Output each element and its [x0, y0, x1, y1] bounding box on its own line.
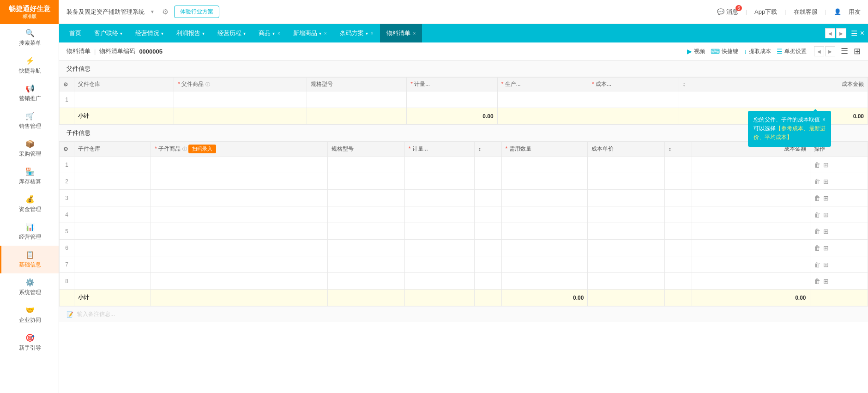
shortcut-button[interactable]: ⌨ 快捷键	[711, 48, 738, 55]
system-selector[interactable]: ▼	[150, 9, 155, 14]
child-cell-unit[interactable]	[404, 190, 474, 206]
tab-goods[interactable]: 商品 ▾ ×	[252, 24, 287, 42]
tab-add-goods-close-icon[interactable]: ×	[324, 31, 327, 36]
copy-icon[interactable]: ⊞	[823, 161, 829, 169]
tab-operations[interactable]: 经营情况 ▾	[129, 24, 170, 42]
parent-col-settings[interactable]: ⚙	[60, 78, 74, 91]
trial-button[interactable]: 体验行业方案	[174, 6, 219, 18]
delete-icon[interactable]: 🗑	[814, 228, 820, 235]
child-cell-qty[interactable]	[501, 173, 588, 190]
child-cell-spec[interactable]	[328, 273, 404, 290]
tab-goods-close-icon[interactable]: ×	[277, 31, 280, 36]
tab-customer[interactable]: 客户联络 ▾	[88, 24, 129, 42]
note-placeholder[interactable]: 输入备注信息...	[77, 310, 115, 318]
child-cell-warehouse[interactable]	[74, 240, 151, 256]
sidebar-item-search[interactable]: 🔍 搜索菜单	[0, 24, 59, 52]
child-cell-product[interactable]	[151, 206, 328, 223]
child-cell-unit-price[interactable]	[588, 157, 664, 173]
child-cell-product[interactable]	[151, 223, 328, 240]
parent-cell-produce[interactable]	[497, 91, 588, 108]
copy-icon[interactable]: ⊞	[823, 244, 829, 252]
message-button[interactable]: 💬 6 消息	[717, 8, 738, 16]
breadcrumb-bom[interactable]: 物料清单	[66, 47, 90, 55]
tab-barcode-close-icon[interactable]: ×	[371, 31, 374, 36]
app-download-link[interactable]: App下载	[754, 8, 777, 16]
list-view-icon[interactable]: ☰	[841, 46, 848, 56]
extract-cost-button[interactable]: ↓ 提取成本	[744, 48, 771, 55]
parent-cell-cost[interactable]	[588, 91, 679, 108]
sidebar-item-basic-info[interactable]: 📋 基础信息	[0, 246, 59, 273]
child-cell-unit[interactable]	[404, 256, 474, 273]
content-next-arrow[interactable]: ▶	[825, 46, 835, 56]
child-cell-product[interactable]	[151, 173, 328, 190]
tab-profit[interactable]: 利润报告 ▾	[170, 24, 211, 42]
delete-icon[interactable]: 🗑	[814, 244, 820, 252]
child-cell-warehouse[interactable]	[74, 273, 151, 290]
child-cell-spec[interactable]	[328, 223, 404, 240]
tab-bom[interactable]: 物料清单 ×	[380, 24, 422, 42]
child-cell-spec[interactable]	[328, 240, 404, 256]
tooltip-close-button[interactable]: ×	[822, 115, 826, 124]
tab-bom-close-icon[interactable]: ×	[413, 31, 416, 36]
tab-prev-arrow[interactable]: ◀	[825, 28, 835, 38]
child-cell-unit-price[interactable]	[588, 223, 664, 240]
child-cell-qty[interactable]	[501, 223, 588, 240]
tab-history[interactable]: 经营历程 ▾	[211, 24, 252, 42]
child-cell-warehouse[interactable]	[74, 206, 151, 223]
child-cell-unit-price[interactable]	[588, 273, 664, 290]
child-cell-unit-price[interactable]	[588, 190, 664, 206]
delete-icon[interactable]: 🗑	[814, 261, 820, 268]
sidebar-item-system[interactable]: ⚙️ 系统管理	[0, 273, 59, 301]
child-cell-product[interactable]	[151, 157, 328, 173]
copy-icon[interactable]: ⊞	[823, 278, 829, 285]
tab-barcode[interactable]: 条码方案 ▾ ×	[333, 24, 380, 42]
tabs-menu-icon[interactable]: ☰	[851, 29, 857, 38]
child-cell-qty[interactable]	[501, 256, 588, 273]
tab-next-arrow[interactable]: ▶	[836, 28, 846, 38]
sidebar-item-finance[interactable]: 💰 资金管理	[0, 190, 59, 218]
child-cell-product[interactable]	[151, 240, 328, 256]
copy-icon[interactable]: ⊞	[823, 261, 829, 268]
delete-icon[interactable]: 🗑	[814, 194, 820, 202]
child-cell-unit-price[interactable]	[588, 173, 664, 190]
sidebar-item-guide[interactable]: 🎯 新手引导	[0, 329, 59, 357]
child-cell-unit[interactable]	[404, 240, 474, 256]
copy-icon[interactable]: ⊞	[823, 228, 829, 235]
sidebar-item-enterprise[interactable]: 🤝 企业协同	[0, 301, 59, 329]
child-cell-spec[interactable]	[328, 157, 404, 173]
parent-cell-warehouse[interactable]	[74, 91, 174, 108]
child-cell-qty[interactable]	[501, 157, 588, 173]
child-cell-warehouse[interactable]	[74, 157, 151, 173]
tab-home[interactable]: 首页	[63, 24, 88, 42]
content-prev-arrow[interactable]: ◀	[814, 46, 824, 56]
delete-icon[interactable]: 🗑	[814, 278, 820, 285]
child-cell-product[interactable]	[151, 273, 328, 290]
sidebar-item-operations[interactable]: 📊 经营管理	[0, 218, 59, 246]
sidebar-item-sales[interactable]: 🛒 销售管理	[0, 107, 59, 135]
child-cell-unit[interactable]	[404, 206, 474, 223]
copy-icon[interactable]: ⊞	[823, 194, 829, 202]
child-cell-warehouse[interactable]	[74, 173, 151, 190]
parent-cell-spec[interactable]	[307, 91, 406, 108]
settings-icon[interactable]: ⚙	[162, 7, 169, 16]
sidebar-item-inventory[interactable]: 🏪 库存核算	[0, 163, 59, 190]
child-cell-product[interactable]	[151, 256, 328, 273]
copy-icon[interactable]: ⊞	[823, 211, 829, 218]
child-cell-qty[interactable]	[501, 190, 588, 206]
child-cell-unit[interactable]	[404, 173, 474, 190]
child-cell-spec[interactable]	[328, 173, 404, 190]
child-cell-spec[interactable]	[328, 190, 404, 206]
child-cell-unit-price[interactable]	[588, 206, 664, 223]
delete-icon[interactable]: 🗑	[814, 211, 820, 218]
child-cell-product[interactable]	[151, 190, 328, 206]
delete-icon[interactable]: 🗑	[814, 178, 820, 185]
parent-cell-product[interactable]	[174, 91, 307, 108]
copy-icon[interactable]: ⊞	[823, 178, 829, 185]
video-button[interactable]: ▶ 视频	[687, 48, 705, 55]
child-cell-unit-price[interactable]	[588, 240, 664, 256]
child-cell-unit[interactable]	[404, 223, 474, 240]
child-cell-unit[interactable]	[404, 273, 474, 290]
child-cell-warehouse[interactable]	[74, 190, 151, 206]
child-cell-qty[interactable]	[501, 273, 588, 290]
grid-view-icon[interactable]: ⊞	[854, 46, 861, 56]
